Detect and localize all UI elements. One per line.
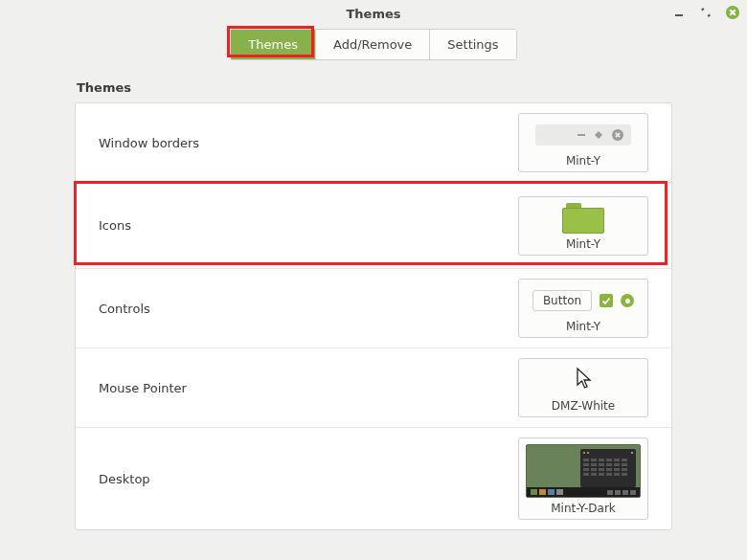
label-desktop: Desktop: [99, 472, 518, 486]
tab-bar: Themes Add/Remove Settings: [0, 27, 747, 61]
preview-desktop: [525, 444, 642, 498]
row-desktop: Desktop: [76, 428, 671, 529]
wb-maximize-icon: [595, 131, 602, 139]
cursor-arrow-icon: [574, 367, 593, 394]
value-desktop: Mint-Y-Dark: [551, 502, 616, 515]
controls-button-sample: Button: [532, 290, 592, 311]
window-title: Themes: [346, 7, 400, 21]
svg-rect-0: [675, 14, 683, 16]
content-area: Themes Window borders Mint-Y Icons: [0, 61, 747, 530]
folder-icon: [562, 203, 604, 234]
row-mouse-pointer: Mouse Pointer DMZ-White: [76, 348, 671, 428]
label-window-borders: Window borders: [99, 136, 518, 150]
tab-group: Themes Add/Remove Settings: [230, 29, 516, 60]
value-mouse-pointer: DMZ-White: [552, 399, 615, 413]
tab-themes[interactable]: Themes: [231, 30, 316, 59]
row-controls: Controls Button Mint-Y: [76, 269, 671, 348]
svg-marker-1: [701, 8, 705, 11]
checkbox-checked-icon: [600, 294, 613, 307]
value-icons: Mint-Y: [566, 237, 600, 251]
minimize-icon[interactable]: [672, 6, 686, 19]
selector-controls[interactable]: Button Mint-Y: [518, 279, 648, 338]
svg-marker-2: [708, 14, 712, 18]
close-icon[interactable]: [726, 6, 739, 19]
maximize-icon[interactable]: [699, 6, 713, 19]
preview-cursor: [525, 365, 642, 395]
tab-add-remove[interactable]: Add/Remove: [316, 30, 430, 59]
preview-controls: Button: [525, 285, 642, 316]
label-icons: Icons: [99, 218, 518, 233]
row-icons: Icons Mint-Y: [76, 183, 671, 269]
window-controls: [672, 6, 739, 19]
section-heading: Themes: [77, 80, 672, 95]
wb-close-icon: [612, 129, 623, 141]
row-window-borders: Window borders Mint-Y: [76, 103, 671, 183]
label-controls: Controls: [99, 302, 518, 316]
selector-icons[interactable]: Mint-Y: [518, 196, 648, 256]
selector-mouse-pointer[interactable]: DMZ-White: [518, 358, 648, 417]
selector-desktop[interactable]: Mint-Y-Dark: [518, 437, 648, 520]
selector-window-borders[interactable]: Mint-Y: [518, 113, 648, 172]
preview-window-borders: [525, 120, 642, 150]
tab-settings[interactable]: Settings: [430, 30, 515, 59]
desktop-thumbnail: [526, 444, 641, 498]
value-controls: Mint-Y: [566, 320, 600, 333]
titlebar: Themes: [0, 0, 747, 27]
preview-icons: [525, 203, 642, 234]
themes-panel: Window borders Mint-Y Icons: [75, 102, 672, 530]
label-mouse-pointer: Mouse Pointer: [99, 381, 518, 395]
radio-selected-icon: [621, 294, 634, 307]
value-window-borders: Mint-Y: [566, 154, 600, 168]
wb-minimize-icon: [577, 134, 585, 136]
